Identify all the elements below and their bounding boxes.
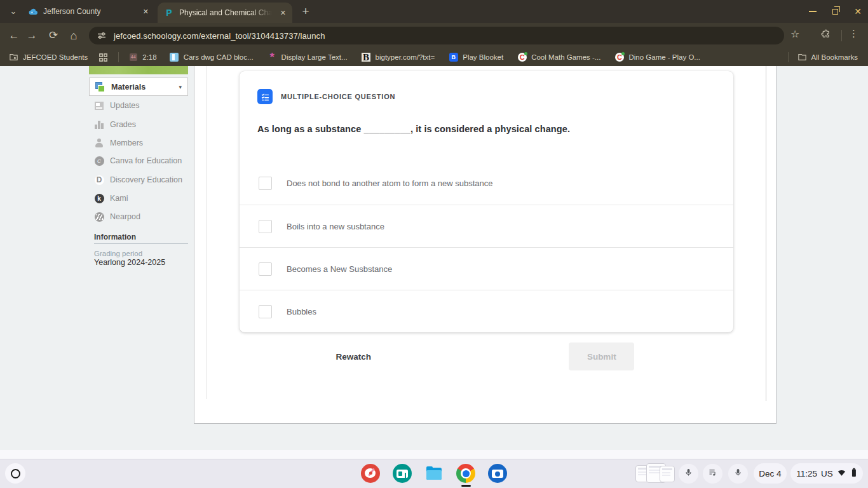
sidebar-item-label: Nearpod	[110, 212, 140, 221]
rewatch-button[interactable]: Rewatch	[336, 352, 371, 362]
launcher-button[interactable]	[5, 463, 25, 484]
submit-button[interactable]: Submit	[569, 342, 634, 370]
information-divider	[94, 243, 188, 244]
address-bar[interactable]: jefcoed.schoology.com/external_tool/3104…	[89, 27, 784, 44]
bookmark-label: bigtyper.com/?txt=	[376, 53, 435, 61]
checkbox[interactable]	[259, 305, 272, 318]
media-controls-button[interactable]	[703, 464, 722, 484]
playlist-music-icon	[708, 468, 717, 480]
locale-label: US	[821, 469, 833, 478]
question-card: MULTIPLE-CHOICE QUESTION As long as a su…	[240, 71, 733, 332]
nearpod-icon	[94, 212, 104, 222]
close-icon[interactable]: ✕	[143, 8, 149, 16]
checkbox[interactable]	[259, 177, 272, 190]
bookmarks-separator	[118, 52, 119, 62]
tab-jefferson-county[interactable]: Jefferson County ✕	[22, 0, 155, 23]
bookmark-dino-game[interactable]: C Dino Game - Play O...	[614, 53, 700, 62]
close-icon[interactable]: ✕	[280, 9, 286, 17]
status-tray[interactable]: 11:25 US	[790, 463, 863, 484]
forward-icon[interactable]: →	[24, 29, 39, 43]
screenshot-thumbnail[interactable]	[660, 466, 675, 482]
bookmarks-separator	[788, 52, 789, 62]
iframe-scrollbar[interactable]	[766, 66, 766, 401]
coolmath-favicon-icon: C	[517, 53, 527, 62]
cad-favicon-icon	[170, 53, 179, 62]
camera-app-icon[interactable]	[488, 464, 507, 483]
bookmark-label: Play Blooket	[463, 53, 503, 61]
tab-physical-chemical-changes[interactable]: P Physical and Chemical Chang ✕	[158, 3, 292, 23]
close-window-icon[interactable]: ✕	[854, 7, 862, 16]
bookmark-cars-dwg[interactable]: Cars dwg CAD bloc...	[170, 53, 254, 62]
bookmark-play-blooket[interactable]: B Play Blooket	[449, 53, 503, 62]
question-actions: Rewatch Submit	[240, 342, 733, 370]
grades-icon	[94, 119, 104, 130]
sidebar-item-label: Discovery Education	[110, 175, 182, 184]
option-label: Becomes a New Susbstance	[287, 264, 392, 274]
dictation-button[interactable]	[679, 464, 698, 484]
plus-icon: +	[302, 4, 309, 18]
tab-title: Physical and Chemical Chang	[179, 8, 272, 17]
sidebar-item-label: Kami	[110, 194, 128, 203]
folder-icon	[797, 53, 807, 62]
active-app-indicator	[461, 485, 471, 487]
holding-space-tote[interactable]	[635, 463, 675, 485]
canvas-app-icon[interactable]	[361, 464, 380, 483]
home-icon[interactable]: ⌂	[66, 29, 81, 43]
apps-grid-button[interactable]	[98, 53, 108, 62]
sidebar-item-grades[interactable]: Grades	[94, 118, 188, 131]
minimize-icon[interactable]	[809, 11, 817, 12]
bookmark-star-icon[interactable]: ☆	[790, 28, 799, 40]
mic-icon	[733, 468, 743, 480]
sidebar-item-nearpod[interactable]: Nearpod	[94, 210, 188, 223]
checkbox[interactable]	[259, 262, 272, 276]
sidebar-item-canva[interactable]: C Canva for Education	[94, 154, 188, 167]
chevron-down-icon[interactable]: ▾	[179, 84, 182, 90]
bigtyper-favicon-icon: B	[362, 53, 371, 62]
course-banner	[89, 66, 188, 74]
sidebar-item-discovery-education[interactable]: D Discovery Education	[94, 173, 188, 186]
option-label: Bubbles	[287, 307, 316, 316]
checkbox[interactable]	[259, 220, 272, 233]
microphone-button[interactable]	[728, 464, 748, 484]
bookmark-managed-folder[interactable]: JEFCOED Students	[9, 53, 88, 62]
answer-option[interactable]: Boils into a new susbtance	[240, 205, 733, 247]
date-button[interactable]: Dec 4	[754, 463, 787, 484]
sidebar-item-kami[interactable]: k Kami	[94, 192, 188, 205]
launcher-icon	[11, 469, 20, 478]
answer-option[interactable]: Bubbles	[240, 290, 733, 332]
sidebar-item-materials[interactable]: Materials ▾	[89, 78, 188, 96]
answer-option[interactable]: Becomes a New Susbstance	[240, 247, 733, 290]
restore-icon[interactable]	[832, 9, 838, 15]
bookmark-cool-math[interactable]: C Cool Math Games -...	[517, 53, 600, 62]
options-list: Does not bond to another atom to form a …	[240, 162, 733, 332]
sidebar-item-updates[interactable]: Updates	[94, 99, 188, 112]
reload-icon[interactable]: ⟳	[46, 29, 61, 43]
bookmark-bigtyper[interactable]: B bigtyper.com/?txt=	[362, 53, 435, 62]
menu-kebab-icon[interactable]: ⋮	[849, 28, 862, 39]
bookmark-label: Cars dwg CAD bloc...	[184, 53, 254, 61]
bookmark-display-large-text[interactable]: * Display Large Text...	[268, 53, 348, 62]
back-icon[interactable]: ←	[6, 29, 22, 43]
sidebar-item-label: Canva for Education	[110, 156, 182, 165]
screencast-app-icon[interactable]	[393, 464, 412, 483]
files-app-icon[interactable]	[424, 464, 444, 483]
all-bookmarks-button[interactable]: All Bookmarks	[797, 53, 858, 62]
chevron-down-icon: ⌄	[10, 6, 17, 16]
multiple-choice-icon	[257, 89, 273, 104]
tab-search-button[interactable]: ⌄	[5, 4, 22, 18]
faded-favicon-icon: 44	[128, 53, 138, 62]
question-type-label: MULTIPLE-CHOICE QUESTION	[281, 93, 395, 100]
chrome-app-icon[interactable]	[456, 464, 475, 483]
extensions-icon[interactable]	[820, 28, 831, 39]
discovery-education-icon: D	[94, 175, 104, 185]
bookmark-218[interactable]: 44 2:18	[128, 53, 156, 62]
blooket-favicon-icon: B	[449, 53, 458, 62]
tab-title: Jefferson County	[43, 7, 101, 16]
time-label: 11:25	[796, 469, 817, 478]
toolbar-separator	[841, 30, 842, 41]
site-info-icon[interactable]	[97, 30, 107, 41]
sidebar-item-members[interactable]: Members	[94, 137, 188, 149]
iframe-left-border	[206, 66, 207, 399]
answer-option[interactable]: Does not bond to another atom to form a …	[240, 162, 733, 205]
new-tab-button[interactable]: +	[297, 3, 314, 20]
